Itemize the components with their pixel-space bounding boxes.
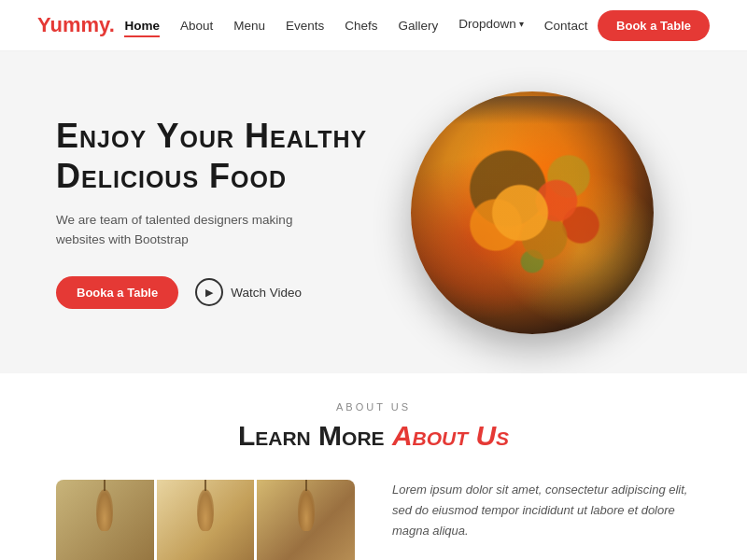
nav-item-home[interactable]: Home xyxy=(124,17,160,34)
book-table-nav-button[interactable]: Book a Table xyxy=(598,10,710,41)
navbar: Yummy. Home About Menu Events Chefs Gall… xyxy=(0,0,747,51)
food-bowl-image xyxy=(411,91,654,334)
watch-video-label: Watch Video xyxy=(231,286,302,300)
logo[interactable]: Yummy. xyxy=(37,13,115,37)
nav-item-contact[interactable]: Contact xyxy=(544,17,588,34)
about-images xyxy=(56,480,355,560)
hero-subtitle: We are team of talented designers making… xyxy=(56,210,317,250)
chevron-down-icon: ▾ xyxy=(519,19,524,29)
nav-item-dropdown[interactable]: Dropdown ▾ xyxy=(458,17,524,34)
book-table-hero-button[interactable]: Booka a Table xyxy=(56,276,178,309)
about-title: Learn More About Us xyxy=(56,420,691,452)
play-icon: ▶ xyxy=(195,278,223,306)
logo-text: Yummy xyxy=(37,13,109,36)
nav-item-events[interactable]: Events xyxy=(286,17,324,34)
about-text: Lorem ipsum dolor sit amet, consectetur … xyxy=(392,480,691,541)
hero-title: Enjoy Your Healthy Delicious Food xyxy=(56,116,374,196)
about-image-1 xyxy=(56,480,154,560)
about-label: About Us xyxy=(56,401,691,413)
about-body: Lorem ipsum dolor sit amet, consectetur … xyxy=(392,480,691,541)
nav-item-gallery[interactable]: Gallery xyxy=(399,17,439,34)
about-image-3 xyxy=(257,480,355,560)
hero-image xyxy=(374,91,691,334)
about-section: About Us Learn More About Us Lorem ipsum… xyxy=(0,373,747,560)
hero-actions: Booka a Table ▶ Watch Video xyxy=(56,276,374,309)
nav-links: Home About Menu Events Chefs Gallery Dro… xyxy=(124,17,587,34)
watch-video-button[interactable]: ▶ Watch Video xyxy=(195,278,302,306)
about-title-highlight: About Us xyxy=(392,420,509,451)
about-image-2 xyxy=(157,480,255,560)
about-title-plain: Learn More xyxy=(238,420,392,451)
nav-item-about[interactable]: About xyxy=(180,17,213,34)
hero-text: Enjoy Your Healthy Delicious Food We are… xyxy=(56,116,374,309)
about-content: Lorem ipsum dolor sit amet, consectetur … xyxy=(56,480,691,560)
logo-dot: . xyxy=(109,13,115,36)
food-items-overlay xyxy=(411,91,654,334)
nav-item-chefs[interactable]: Chefs xyxy=(345,17,377,34)
nav-item-menu[interactable]: Menu xyxy=(233,17,265,34)
hero-section: Enjoy Your Healthy Delicious Food We are… xyxy=(0,51,747,373)
